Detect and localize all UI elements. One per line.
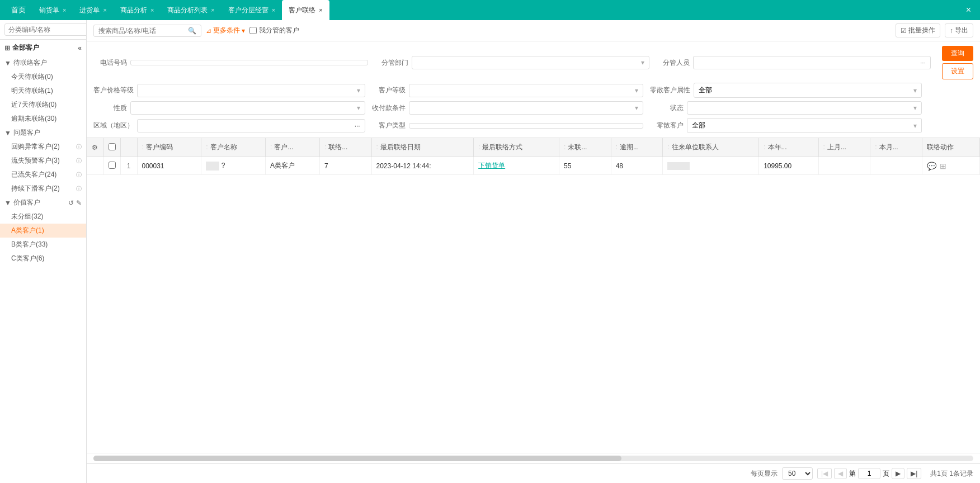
class-c-label: C类客户(6) bbox=[11, 254, 44, 263]
more-filters-label: 更多条件 bbox=[213, 26, 240, 35]
sidebar-item-class-c[interactable]: C类客户(6) bbox=[0, 252, 86, 266]
row-last-method-cell[interactable]: 下销货单 bbox=[474, 157, 559, 175]
close-analysis-tab[interactable]: × bbox=[150, 7, 154, 13]
sidebar-item-repurchase-anomaly[interactable]: 回购异常客户(2) ⓘ bbox=[0, 140, 86, 154]
close-sales-tab[interactable]: × bbox=[63, 7, 66, 13]
sidebar-item-tomorrow-label: 明天待联络(1) bbox=[11, 86, 53, 96]
row-last-month-cell bbox=[818, 157, 870, 175]
sidebar-pending-group[interactable]: ▼ 待联络客户 bbox=[0, 56, 86, 70]
main-layout: 🔍 ⊞ 全部客户 « ▼ 待联络客户 今天待联络(0) 明天待联络(1) 近7天… bbox=[0, 20, 980, 483]
chat-icon[interactable]: 💬 bbox=[927, 162, 936, 171]
prev-page-button[interactable]: ◀ bbox=[834, 468, 847, 479]
next-page-button[interactable]: ▶ bbox=[892, 468, 904, 479]
my-customers-filter[interactable]: 我分管的客户 bbox=[249, 26, 299, 35]
payment-control[interactable]: ▾ bbox=[409, 101, 644, 115]
col-header-last-date: :最后联络日期 bbox=[371, 138, 474, 157]
last-method-link[interactable]: 下销货单 bbox=[478, 162, 505, 169]
sidebar-item-tomorrow-contact[interactable]: 明天待联络(1) bbox=[0, 84, 86, 98]
retail-attr-value: 全部 bbox=[699, 86, 712, 95]
row-name-cell[interactable]: ? bbox=[201, 157, 266, 175]
query-button[interactable]: 查询 bbox=[942, 46, 973, 61]
close-customer-segment-tab[interactable]: × bbox=[272, 7, 275, 13]
sidebar-item-overdue-contact[interactable]: 逾期未联络(30) bbox=[0, 112, 86, 126]
nav-tab-customer-contact[interactable]: 客户联络 × bbox=[282, 0, 329, 20]
manager-control[interactable]: ··· bbox=[693, 56, 931, 69]
main-search-input[interactable] bbox=[98, 27, 188, 35]
nature-control[interactable]: ▾ bbox=[130, 101, 365, 115]
sidebar-item-7days-contact[interactable]: 近7天待联络(0) bbox=[0, 98, 86, 112]
sidebar-item-churn-warning[interactable]: 流失预警客户(3) ⓘ bbox=[0, 154, 86, 168]
nav-tab-analysis[interactable]: 商品分析 × bbox=[114, 0, 161, 20]
row-check-cell[interactable] bbox=[103, 157, 120, 175]
row-this-year-cell: 10995.00 bbox=[759, 157, 818, 175]
price-level-control[interactable]: ▾ bbox=[137, 84, 365, 97]
customer-level-control[interactable]: ▾ bbox=[409, 84, 644, 97]
sidebar-item-today-contact[interactable]: 今天待联络(0) bbox=[0, 70, 86, 84]
nav-home-tab[interactable]: 首页 bbox=[4, 5, 32, 15]
value-group-arrow[interactable]: ▼ bbox=[4, 199, 11, 207]
filter-customer-type-field: 客户类型 bbox=[372, 121, 644, 130]
page-size-select[interactable]: 50 100 bbox=[782, 467, 813, 480]
refresh-icon[interactable]: ↺ bbox=[68, 199, 74, 207]
sidebar-search-bar: 🔍 bbox=[0, 20, 86, 40]
first-page-button[interactable]: |◀ bbox=[817, 468, 832, 479]
manager-label: 分管人员 bbox=[656, 58, 690, 68]
batch-operation-button[interactable]: ☑ 批量操作 bbox=[896, 23, 940, 37]
sidebar-item-declining[interactable]: 持续下滑客户(2) ⓘ bbox=[0, 182, 86, 196]
nav-tab-customer-segment[interactable]: 客户分层经营 × bbox=[222, 0, 282, 20]
export-button[interactable]: ↑ 导出 bbox=[945, 23, 973, 37]
sidebar-collapse-button[interactable]: « bbox=[78, 44, 82, 52]
last-page-button[interactable]: ▶| bbox=[907, 468, 921, 479]
nav-tab-analysis-list[interactable]: 商品分析列表 × bbox=[161, 0, 221, 20]
page-label: 第 bbox=[849, 469, 856, 479]
sidebar-all-customers[interactable]: ⊞ 全部客户 « bbox=[0, 40, 86, 56]
nav-tab-analysis-list-label: 商品分析列表 bbox=[167, 6, 208, 15]
customer-type-label: 客户类型 bbox=[372, 121, 406, 130]
close-purchase-tab[interactable]: × bbox=[103, 7, 106, 13]
price-level-arrow: ▾ bbox=[357, 87, 360, 94]
status-control[interactable]: ▾ bbox=[687, 101, 922, 115]
customer-type-control[interactable] bbox=[409, 123, 644, 129]
pending-group-label: 待联络客户 bbox=[13, 58, 47, 68]
col-header-last-method: :最后联络方式 bbox=[474, 138, 559, 157]
retail-customer-control[interactable]: 全部 ▾ bbox=[687, 118, 922, 133]
row-checkbox[interactable] bbox=[109, 162, 116, 169]
sidebar-item-churned[interactable]: 已流失客户(24) ⓘ bbox=[0, 168, 86, 182]
page-end-label: 页 bbox=[883, 469, 889, 479]
filter-row-3: 性质 ▾ 收付款条件 ▾ 状态 bbox=[93, 101, 973, 115]
horizontal-scrollbar[interactable] bbox=[93, 456, 973, 461]
close-analysis-list-tab[interactable]: × bbox=[211, 7, 214, 13]
my-customers-checkbox[interactable] bbox=[249, 27, 257, 34]
dept-control[interactable]: ▾ bbox=[412, 56, 649, 69]
region-control[interactable]: ··· bbox=[137, 119, 365, 132]
retail-attr-control[interactable]: 全部 ▾ bbox=[694, 83, 922, 98]
top-nav: 首页 销货单 × 进货单 × 商品分析 × 商品分析列表 × 客户分层经营 × … bbox=[0, 0, 980, 20]
scrollbar-thumb[interactable] bbox=[93, 456, 621, 461]
more-filters-button[interactable]: ⊿ 更多条件 ▾ bbox=[206, 26, 245, 35]
grid-action-icon[interactable]: ⊞ bbox=[940, 162, 946, 171]
phone-control[interactable] bbox=[130, 60, 368, 65]
settings-button[interactable]: 设置 bbox=[942, 63, 973, 79]
sidebar-search-input[interactable] bbox=[4, 23, 87, 36]
col-header-check[interactable] bbox=[103, 138, 120, 157]
sidebar-item-class-b[interactable]: B类客户(33) bbox=[0, 238, 86, 252]
page-number-input[interactable] bbox=[858, 468, 880, 479]
nav-tab-analysis-label: 商品分析 bbox=[120, 6, 147, 15]
edit-icon[interactable]: ✎ bbox=[76, 199, 82, 207]
filter-bar: 🔍 ⊿ 更多条件 ▾ 我分管的客户 ☑ 批量操作 ↑ 导出 bbox=[87, 20, 980, 41]
sidebar-item-overdue-label: 逾期未联络(30) bbox=[11, 114, 56, 124]
nav-tab-sales[interactable]: 销货单 × bbox=[32, 0, 73, 20]
close-all-tabs-button[interactable]: × bbox=[962, 5, 976, 15]
col-header-gear[interactable]: ⚙ bbox=[87, 138, 103, 157]
page-total-label: 共1页 1条记录 bbox=[930, 469, 973, 479]
main-search-icon[interactable]: 🔍 bbox=[188, 27, 196, 35]
select-all-checkbox[interactable] bbox=[109, 143, 116, 150]
customer-level-label: 客户等级 bbox=[372, 86, 406, 95]
close-customer-contact-tab[interactable]: × bbox=[319, 7, 322, 13]
sidebar-item-unclassified[interactable]: 未分组(32) bbox=[0, 210, 86, 224]
col-header-code: :客户编码 bbox=[137, 138, 201, 157]
nav-tab-purchase[interactable]: 进货单 × bbox=[73, 0, 113, 20]
col-header-last-month: :上月... bbox=[818, 138, 870, 157]
sidebar-problem-group[interactable]: ▼ 问题客户 bbox=[0, 126, 86, 140]
sidebar-item-class-a[interactable]: A类客户(1) bbox=[0, 224, 86, 238]
